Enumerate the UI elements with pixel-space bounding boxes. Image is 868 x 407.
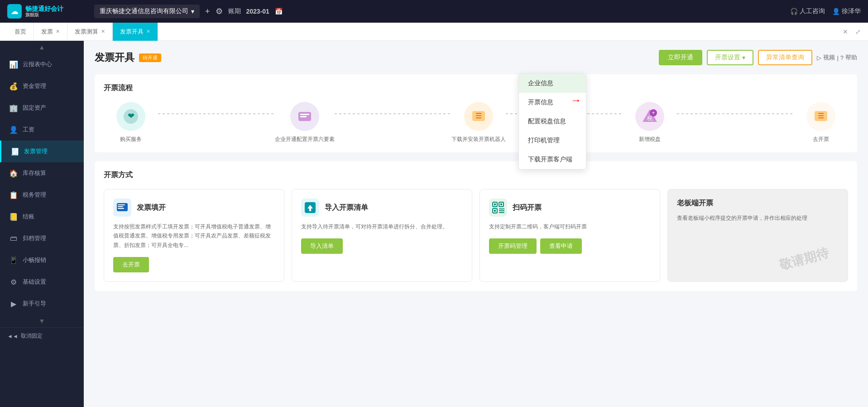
sidebar-scroll-up[interactable]: ▲ <box>0 41 84 53</box>
flow-step-3: ☰ 下载并安装开票机器人 <box>451 102 506 143</box>
support-btn[interactable]: 🎧 人工咨询 <box>790 7 825 15</box>
content-inner: 发票开具 待开通 立即开通 开票设置 ▾ 异常清单查询 ▷ 视频 | ? <box>84 41 868 309</box>
tab-invoice-open[interactable]: 发票开具 ✕ <box>113 23 158 41</box>
top-bar-actions: 🎧 人工咨询 👤 徐泽华 <box>790 7 861 15</box>
method-fill-btn[interactable]: 去开票 <box>113 257 149 272</box>
play-icon: ▷ <box>817 54 821 61</box>
logo-icon: ☁ <box>7 4 22 19</box>
tab-home[interactable]: 首页 <box>7 23 34 41</box>
methods-title: 开票方式 <box>104 170 848 180</box>
method-import-btn[interactable]: 导入清单 <box>301 238 343 254</box>
chevron-down-icon: ▾ <box>191 8 194 15</box>
svg-text:☰: ☰ <box>475 112 482 120</box>
page-actions: 立即开通 开票设置 ▾ 异常清单查询 ▷ 视频 | ? 帮助 <box>659 50 857 65</box>
abnormal-list-btn[interactable]: 异常清单查询 <box>758 50 812 65</box>
video-btn[interactable]: ▷ 视频 | ? 帮助 <box>817 53 857 62</box>
reports-icon: 📊 <box>9 60 18 69</box>
expense-icon: 📱 <box>9 256 18 265</box>
step-icon-3: ☰ <box>464 102 493 131</box>
tab-invoice[interactable]: 发票 ✕ <box>34 23 67 41</box>
flow-section: 开票流程 ❤ 购买服务 企业开通配置开票 <box>95 74 857 152</box>
step-label-2: 企业开通配置开票六要素 <box>275 136 335 143</box>
dropdown-item-download-client[interactable]: 下载开票客户端 <box>519 150 586 169</box>
sidebar-item-assets[interactable]: 🏢 固定资产 <box>0 97 84 119</box>
svg-rect-3 <box>300 114 309 115</box>
method-card-scan: 扫码开票 支持定制开票二维码，客户端可扫码开票 开票码管理 查看申请 <box>480 189 660 282</box>
method-scan-title: 扫码开票 <box>513 203 542 213</box>
flow-connector-1 <box>158 113 275 114</box>
question-icon: ? <box>840 54 844 61</box>
fill-icon <box>113 199 131 217</box>
help-label: 帮助 <box>845 53 857 62</box>
methods-grid: 发票填开 支持按照发票样式手工填开发票；可开具增值税电子普通发票、增值税普通发票… <box>104 189 848 282</box>
sidebar-item-guide[interactable]: ▶ 新手引导 <box>0 293 84 315</box>
app-name: 畅捷通好会计 <box>25 5 63 13</box>
archive-icon: 🗃 <box>9 234 18 243</box>
content-area: 发票开具 待开通 立即开通 开票设置 ▾ 异常清单查询 ▷ 视频 | ? <box>84 41 868 407</box>
close-window-btn[interactable]: ✕ <box>841 27 850 36</box>
main-layout: ▲ 📊 云报表中心 💰 资金管理 🏢 固定资产 👤 工资 🧾 发票管理 🏠 库存… <box>0 41 868 407</box>
tab-home-label: 首页 <box>14 28 26 36</box>
method-scan-view-btn[interactable]: 查看申请 <box>540 238 582 254</box>
company-selector[interactable]: 重庆畅捷交通信息咨询有限公司 ▾ <box>94 5 200 18</box>
tab-invoice-open-label: 发票开具 <box>120 28 144 36</box>
tab-invoice-open-close[interactable]: ✕ <box>146 29 150 34</box>
top-bar: ☁ 畅捷通好会计 旗舰版 重庆畅捷交通信息咨询有限公司 ▾ + ⚙ 账期 202… <box>0 0 868 23</box>
sidebar-item-expense-label: 小畅报销 <box>23 256 46 264</box>
svg-rect-25 <box>499 208 504 209</box>
settings-btn[interactable]: 开票设置 ▾ <box>707 50 753 65</box>
sidebar-item-expense[interactable]: 📱 小畅报销 <box>0 249 84 271</box>
svg-rect-27 <box>499 212 504 213</box>
sidebar-item-invoices[interactable]: 🧾 发票管理 <box>0 141 84 162</box>
user-btn[interactable]: 👤 徐泽华 <box>832 7 861 15</box>
method-card-boss: 老板端开票 查看老板端小程序提交的开票申请，并作出相应的处理 敬请期待 <box>667 189 848 282</box>
tab-invoice-calc[interactable]: 发票测算 ✕ <box>67 23 113 41</box>
company-name: 重庆畅捷交通信息咨询有限公司 <box>100 7 188 15</box>
add-icon[interactable]: + <box>205 7 210 16</box>
method-scan-qr-btn[interactable]: 开票码管理 <box>489 238 537 254</box>
video-label: 视频 <box>823 53 835 62</box>
flow-connector-4 <box>677 113 794 114</box>
sidebar-scroll-down[interactable]: ▼ <box>0 315 84 327</box>
step-label-4: 新增税盘 <box>639 136 661 143</box>
sidebar-item-settings[interactable]: ⚙ 基础设置 <box>0 271 84 293</box>
sidebar-item-tax[interactable]: 📋 税务管理 <box>0 184 84 206</box>
method-fill-title: 发票填开 <box>137 203 166 213</box>
funds-icon: 💰 <box>9 82 18 91</box>
sidebar-item-archive-label: 归档管理 <box>23 234 46 242</box>
step-icon-1: ❤ <box>116 102 145 131</box>
svg-rect-15 <box>118 206 123 207</box>
logo-text: 畅捷通好会计 旗舰版 <box>25 5 63 18</box>
flow-steps: ❤ 购买服务 企业开通配置开票六要素 <box>104 102 848 143</box>
dropdown-item-company[interactable]: 企业信息 <box>519 74 586 93</box>
page-title-area: 发票开具 待开通 <box>95 51 161 64</box>
method-header-scan: 扫码开票 <box>489 199 651 217</box>
status-badge: 待开通 <box>139 53 161 62</box>
settings-icon[interactable]: ⚙ <box>216 6 223 16</box>
activate-btn[interactable]: 立即开通 <box>659 50 702 65</box>
window-controls: ✕ ⤢ <box>835 27 868 36</box>
flow-step-5: ☰ 去开票 <box>794 102 848 143</box>
tab-invoice-calc-close[interactable]: ✕ <box>101 29 105 34</box>
dropdown-item-tax-disk[interactable]: 配置税盘信息 <box>519 112 586 131</box>
tax-icon: 📋 <box>9 190 18 199</box>
step-icon-2 <box>290 102 319 131</box>
dropdown-item-printer[interactable]: 打印机管理 <box>519 131 586 150</box>
sidebar-item-funds-label: 资金管理 <box>23 82 46 90</box>
sidebar-item-payroll[interactable]: 👤 工资 <box>0 119 84 141</box>
sidebar-item-settlement[interactable]: 📒 结账 <box>0 206 84 228</box>
maximize-window-btn[interactable]: ⤢ <box>854 27 863 36</box>
import-icon <box>301 199 319 217</box>
sidebar-item-inventory[interactable]: 🏠 库存核算 <box>0 162 84 184</box>
sidebar: ▲ 📊 云报表中心 💰 资金管理 🏢 固定资产 👤 工资 🧾 发票管理 🏠 库存… <box>0 41 84 407</box>
cancel-pin-btn[interactable]: ◄◄ 取消固定 <box>0 327 84 344</box>
method-header-import: 导入开票清单 <box>301 199 463 217</box>
sidebar-item-archive[interactable]: 🗃 归档管理 <box>0 228 84 249</box>
method-card-fill: 发票填开 支持按照发票样式手工填开发票；可开具增值税电子普通发票、增值税普通发票… <box>104 189 284 282</box>
sidebar-item-reports[interactable]: 📊 云报表中心 <box>0 53 84 75</box>
tab-invoice-close[interactable]: ✕ <box>56 29 60 34</box>
calendar-icon[interactable]: 📅 <box>275 8 283 15</box>
flow-step-1: ❤ 购买服务 <box>104 102 158 143</box>
flow-step-4: 税+ 新增税盘 <box>623 102 677 143</box>
sidebar-item-funds[interactable]: 💰 资金管理 <box>0 75 84 97</box>
